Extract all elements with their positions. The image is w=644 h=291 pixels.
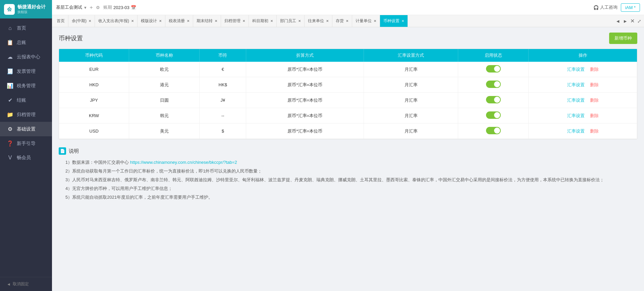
cell-symbol-2: J¥	[200, 93, 246, 108]
tab-close-period[interactable]: ✕	[215, 19, 217, 23]
help-label: 人工咨询	[600, 4, 618, 10]
delete-link-0[interactable]: 删除	[590, 66, 599, 72]
sidebar-item-guide[interactable]: ❓ 新手引导	[0, 136, 52, 151]
add-icon[interactable]: ＋	[89, 4, 94, 11]
col-操作: 操作	[529, 49, 637, 62]
table-header: 币种代码币种名称币符折算方式汇率设置方式启用状态操作	[59, 49, 637, 62]
sidebar-item-checkout[interactable]: ✔ 结账	[0, 93, 52, 107]
toggle-enabled-3[interactable]	[486, 111, 501, 119]
settings-icon[interactable]: ⚙	[96, 5, 100, 10]
tab-expand-button[interactable]: ⤢	[636, 18, 643, 24]
sidebar-label-settings: 基础设置	[17, 126, 36, 132]
sidebar-item-archivemgr[interactable]: 📁 归档管理	[0, 107, 52, 122]
headset-icon: 🎧	[593, 5, 599, 10]
col-启用状态: 启用状态	[458, 49, 529, 62]
sidebar-item-cloud[interactable]: ☁ 云报表中心	[0, 50, 52, 64]
sidebar-pin-button[interactable]: ◄ 取消固定	[0, 277, 52, 291]
tab-income[interactable]: 收入支出表(年报)✕	[95, 15, 138, 27]
table-row: JPY 日圆 J¥ 原币*汇率=本位币 月汇率 汇率设置 删除	[59, 93, 637, 108]
tab-partner[interactable]: 往来单位✕	[305, 15, 332, 27]
tab-close-archive[interactable]: ✕	[243, 19, 245, 23]
cell-enabled-4	[458, 124, 529, 139]
delete-link-3[interactable]: 删除	[590, 113, 599, 119]
tab-period[interactable]: 期末结转✕	[193, 15, 221, 27]
cell-conversion-3: 原币*汇率=本位币	[246, 108, 364, 124]
tab-close-currency[interactable]: ✕	[401, 19, 404, 23]
tab-tax[interactable]: 税表清册✕	[165, 15, 193, 27]
new-currency-button[interactable]: 新增币种	[609, 33, 637, 44]
tab-close-all-button[interactable]: ✕	[629, 18, 636, 24]
delete-link-1[interactable]: 删除	[590, 82, 599, 88]
note-item-3: 4）无官方牌价的币种，可以用用户手工维护汇率信息；	[65, 184, 637, 193]
sidebar-label-tax: 税务管理	[17, 83, 36, 89]
cell-symbol-3: --	[200, 108, 246, 124]
sidebar-item-tax[interactable]: 📊 税务管理	[0, 79, 52, 93]
rate-setting-link-3[interactable]: 汇率设置	[567, 113, 585, 119]
sidebar-item-ledger[interactable]: 📋 总账	[0, 35, 52, 50]
help-button[interactable]: 🎧 人工咨询	[593, 4, 618, 10]
tab-next-arrow[interactable]: ►	[622, 18, 629, 24]
sidebar-item-settings[interactable]: ⚙ 基础设置	[0, 122, 52, 136]
tab-inventory[interactable]: 存货✕	[332, 15, 352, 27]
topbar: 基层工会测试 ▾ ＋ ⚙ 账期 2023-03 📅 🎧 人工咨询 iAM *	[52, 0, 644, 15]
tab-unit[interactable]: 计量单位✕	[352, 15, 380, 27]
col-折算方式: 折算方式	[246, 49, 364, 62]
tab-dept[interactable]: 部门员工✕	[277, 15, 305, 27]
tab-home[interactable]: 首页	[53, 15, 68, 27]
action-cell-4: 汇率设置 删除	[533, 128, 633, 134]
toggle-enabled-2[interactable]	[486, 96, 501, 103]
tab-label-template: 模版设计	[141, 18, 157, 24]
rate-setting-link-4[interactable]: 汇率设置	[567, 128, 585, 134]
tab-label-home: 首页	[57, 18, 65, 24]
cell-actions-0: 汇率设置 删除	[529, 62, 637, 77]
tab-close-balance[interactable]: ✕	[89, 19, 91, 23]
sidebar-icon-archivemgr: 📁	[7, 111, 13, 118]
tab-close-income[interactable]: ✕	[131, 19, 134, 23]
action-cell-2: 汇率设置 删除	[533, 97, 633, 103]
tab-close-tax[interactable]: ✕	[187, 19, 190, 23]
toggle-enabled-0[interactable]	[486, 65, 501, 72]
dropdown-icon[interactable]: ▾	[84, 5, 87, 10]
cell-rate-type-4: 月汇率	[364, 124, 458, 139]
cell-rate-type-1: 月汇率	[364, 77, 458, 93]
action-cell-3: 汇率设置 删除	[533, 113, 633, 119]
rate-setting-link-0[interactable]: 汇率设置	[567, 66, 585, 72]
rate-setting-link-2[interactable]: 汇率设置	[567, 97, 585, 103]
delete-link-2[interactable]: 删除	[590, 97, 599, 103]
col-币种名称: 币种名称	[129, 49, 200, 62]
sidebar-icon-invoice: 🧾	[7, 68, 13, 75]
action-cell-1: 汇率设置 删除	[533, 82, 633, 88]
sidebar-item-member[interactable]: V 畅会员	[0, 151, 52, 165]
tab-label-partner: 往来单位	[308, 18, 324, 24]
cell-name-1: 港元	[129, 77, 200, 93]
tab-close-subject[interactable]: ✕	[270, 19, 273, 23]
account-button[interactable]: iAM *	[621, 3, 640, 12]
tab-subject[interactable]: 科目期初✕	[249, 15, 277, 27]
tab-prev-arrow[interactable]: ◄	[614, 18, 622, 24]
tab-close-dept[interactable]: ✕	[298, 19, 301, 23]
tab-close-partner[interactable]: ✕	[326, 19, 329, 23]
rate-setting-link-1[interactable]: 汇率设置	[567, 82, 585, 88]
tab-archive[interactable]: 归档管理✕	[221, 15, 249, 27]
note-link[interactable]: https://www.chinamoney.com.cn/chinese/bk…	[130, 160, 237, 165]
note-icon: 📄	[59, 147, 66, 155]
calendar-icon[interactable]: 📅	[131, 5, 136, 10]
sidebar-item-invoice[interactable]: 🧾 发票管理	[0, 64, 52, 79]
toggle-enabled-1[interactable]	[486, 81, 501, 88]
tab-template[interactable]: 模版设计✕	[138, 15, 165, 27]
cell-symbol-4: $	[200, 124, 246, 139]
tab-balance[interactable]: 余(中期)✕	[68, 15, 95, 27]
delete-link-4[interactable]: 删除	[590, 128, 599, 134]
tab-close-unit[interactable]: ✕	[374, 19, 376, 23]
table-row: HKD 港元 HK$ 原币*汇率=本位币 月汇率 汇率设置 删除	[59, 77, 637, 93]
tab-close-template[interactable]: ✕	[159, 19, 162, 23]
cell-rate-type-0: 月汇率	[364, 62, 458, 77]
tab-close-inventory[interactable]: ✕	[346, 19, 348, 23]
sidebar-label-invoice: 发票管理	[17, 68, 36, 75]
col-汇率设置方式: 汇率设置方式	[364, 49, 458, 62]
toggle-enabled-4[interactable]	[486, 127, 501, 134]
col-币种代码: 币种代码	[59, 49, 129, 62]
cell-name-3: 韩元	[129, 108, 200, 124]
tab-currency[interactable]: 币种设置✕	[380, 15, 408, 27]
sidebar-item-home[interactable]: ⌂ 首页	[0, 21, 52, 35]
